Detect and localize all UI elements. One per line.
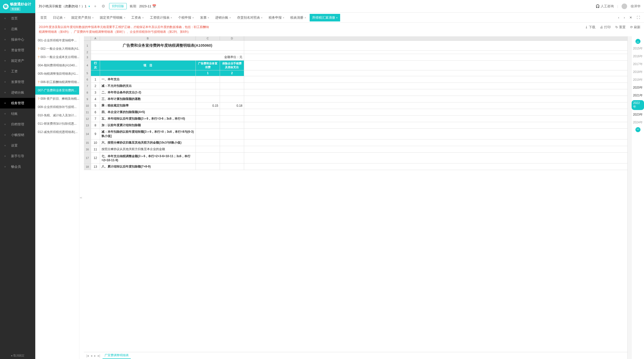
data-cell[interactable] [196, 122, 220, 128]
col-head-a[interactable]: A [91, 36, 100, 40]
gear-icon[interactable]: ⚙ [101, 3, 106, 10]
sidebar-item-10[interactable]: ▫归档管理 [0, 119, 35, 130]
data-cell[interactable] [220, 116, 244, 122]
data-cell[interactable]: 0.18 [220, 102, 244, 109]
sidebar-item-0[interactable]: ▫首页 [0, 13, 35, 24]
add-icon[interactable]: + [93, 3, 97, 10]
data-cell[interactable] [220, 83, 244, 89]
tab-close-3[interactable]: × [124, 16, 125, 19]
col-head-c[interactable]: C [196, 36, 220, 40]
sidebar-item-3[interactable]: ▫资金管理 [0, 45, 35, 56]
report-item-0[interactable]: 001-企业所得税年度纳税申... [35, 36, 79, 45]
year-2015年[interactable]: 2015年 [632, 45, 643, 52]
report-item-5[interactable]: ?006-职工薪酬纳税调整明细... [35, 78, 79, 86]
tab-4[interactable]: 工资表× [129, 14, 146, 21]
tab-prev-icon[interactable]: ‹ [617, 15, 621, 20]
tab-close-11[interactable]: × [304, 16, 306, 19]
tab-7[interactable]: 发票× [198, 14, 212, 21]
data-cell[interactable] [196, 140, 220, 146]
tab-12[interactable]: 所得税汇算清缴× [310, 14, 340, 21]
tab-close-5[interactable]: × [171, 16, 172, 19]
report-item-11[interactable]: 012-减免所得税优惠明细表(... [35, 128, 79, 136]
year-2023年[interactable]: 2023年 [632, 112, 643, 118]
data-cell[interactable] [220, 163, 244, 170]
year-2017年[interactable]: 2017年 [632, 61, 643, 67]
tab-5[interactable]: 工资统计报表× [147, 14, 175, 21]
year-2020年[interactable]: 2020年 [632, 85, 643, 91]
sidebar-item-8[interactable]: ▫税务管理 [0, 98, 35, 108]
sidebar-item-6[interactable]: ▫发票管理 [0, 77, 35, 87]
tab-close-10[interactable]: × [283, 16, 284, 19]
vertical-scrollbar[interactable] [627, 36, 631, 359]
tab-close-4[interactable]: × [142, 16, 144, 19]
report-item-4[interactable]: 005-纳税调整项目明细表(A1... [35, 70, 79, 78]
sidebar-item-2[interactable]: ▫报表中心 [0, 34, 35, 45]
tab-close-8[interactable]: × [229, 16, 231, 19]
sheet-next-icon[interactable]: ▸ [94, 354, 96, 357]
report-item-8[interactable]: 009-企业所得税弥补亏损明... [35, 103, 79, 111]
data-cell[interactable] [220, 122, 244, 128]
data-cell[interactable] [196, 83, 220, 89]
report-item-7[interactable]: ?008-资产折旧、摊销及纳税... [35, 95, 79, 103]
sidebar-item-11[interactable]: ▫小畅报销 [0, 130, 35, 140]
sidebar-item-9[interactable]: ▫结账 [0, 108, 35, 119]
sidebar-item-13[interactable]: ▫新手引导 [0, 151, 35, 161]
year-2019年[interactable]: 2019年 [632, 77, 643, 83]
sidebar-item-5[interactable]: ▫工资 [0, 66, 35, 77]
col-head-d[interactable]: D [220, 36, 244, 40]
sidebar-item-7[interactable]: ▫进销台账 [0, 87, 35, 98]
data-cell[interactable] [196, 76, 220, 82]
year-2016年[interactable]: 2016年 [632, 53, 643, 60]
tab-close-2[interactable]: × [92, 16, 93, 19]
sidebar-item-14[interactable]: ▫畅会员 [0, 161, 35, 172]
tab-close-icon[interactable]: ✕ [628, 15, 634, 20]
data-cell[interactable] [196, 163, 220, 170]
year-2018年[interactable]: 2018年 [632, 69, 643, 75]
tab-close-7[interactable]: × [208, 16, 209, 19]
switch-old-button[interactable]: 切到旧版 [109, 3, 127, 9]
data-cell[interactable] [220, 89, 244, 96]
tab-1[interactable]: 日记表× [50, 14, 68, 21]
panel-splitter[interactable]: ≪ [79, 36, 82, 359]
tab-0[interactable]: 首页 [38, 14, 49, 21]
report-item-1[interactable]: ?002-一般企业收入明细表(A1... [35, 45, 79, 53]
account-selector[interactable]: 刘小艳演示账套（勿删勿动！）1▾ [39, 4, 90, 9]
col-head-b[interactable]: B [100, 36, 196, 40]
tab-close-12[interactable]: × [336, 16, 338, 19]
year-2021年[interactable]: 2021年 [632, 92, 643, 99]
period-picker[interactable]: 2023-11 📅 [139, 4, 156, 8]
report-item-2[interactable]: ?003-一般企业成本支出明细... [35, 53, 79, 61]
data-cell[interactable] [196, 146, 220, 152]
report-item-9[interactable]: 010-免税、减计收入及加计... [35, 111, 79, 120]
sidebar-item-4[interactable]: ▫固定资产 [0, 56, 35, 66]
sheet-tab[interactable]: 广宣费调整明细表 [103, 352, 131, 359]
data-cell[interactable] [196, 116, 220, 122]
data-cell[interactable] [196, 89, 220, 96]
tab-6[interactable]: 个税申报× [176, 14, 196, 21]
data-cell[interactable] [196, 109, 220, 115]
tab-11[interactable]: 税表清册× [288, 14, 308, 21]
data-cell[interactable] [220, 96, 244, 102]
print-button[interactable]: 🖨 打印 [600, 25, 611, 30]
data-cell[interactable] [196, 153, 220, 163]
report-item-3[interactable]: 004-期间费用明细表(A1040... [35, 61, 79, 70]
tab-close-9[interactable]: × [261, 16, 263, 19]
user-name[interactable]: 徐泽华 [631, 4, 640, 9]
tab-9[interactable]: 存货别名对照表× [235, 14, 265, 21]
tab-close-1[interactable]: × [64, 16, 65, 19]
data-cell[interactable]: 0.15 [196, 102, 220, 109]
support-link[interactable]: 🎧 人工咨询 [596, 4, 614, 9]
sidebar-item-12[interactable]: ▫设置 [0, 140, 35, 151]
download-button[interactable]: ⤓ 下载 [585, 25, 595, 30]
sheet-first-icon[interactable]: |◂ [86, 354, 89, 357]
year-down-icon[interactable]: ︾ [635, 127, 640, 132]
unpin-sidebar[interactable]: ◂ 取消固定 [0, 354, 35, 357]
year-up-icon[interactable]: ︽ [635, 39, 640, 44]
tab-3[interactable]: 固定资产明细账× [97, 14, 128, 21]
tab-next-icon[interactable]: › [622, 15, 626, 20]
tab-expand-icon[interactable]: ⛶ [635, 15, 641, 20]
tab-8[interactable]: 进销台账× [213, 14, 233, 21]
avatar[interactable] [622, 4, 627, 9]
data-cell[interactable] [196, 129, 220, 139]
refresh-button[interactable]: ⟳ 刷新 [630, 25, 640, 30]
